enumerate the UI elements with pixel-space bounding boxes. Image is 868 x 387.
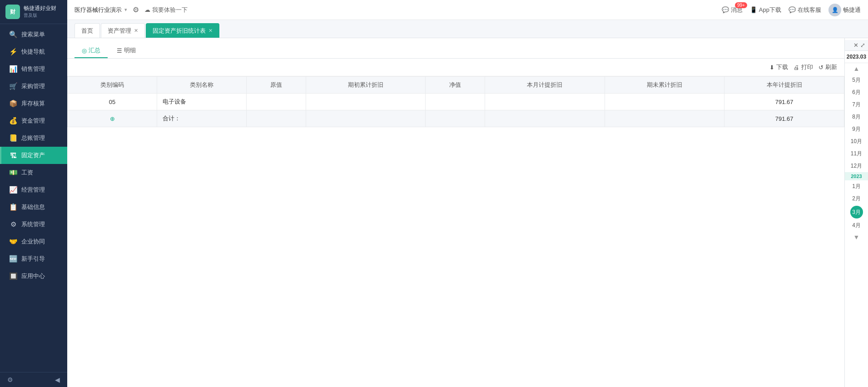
total-icon-cell: ⊕	[68, 110, 157, 127]
sidebar-item-basic-info[interactable]: 📋 基础信息	[0, 198, 67, 216]
sidebar-item-app-center[interactable]: 🔲 应用中心	[0, 268, 67, 285]
month-1[interactable]: 1月	[845, 180, 868, 193]
month-11[interactable]: 11月	[845, 148, 868, 160]
sidebar-item-fixed-assets[interactable]: 🏗 固定资产	[0, 147, 67, 164]
sidebar-logo: 财 畅捷通好业财 普及版	[0, 0, 67, 24]
col-initial-dep: 期初累计折旧	[306, 77, 426, 94]
topbar: 医疗器械行业演示 ▾ ⚙ ☁ 我要体验一下 💬 消息 99+ 📱 App下载 💬…	[67, 0, 868, 20]
app-name: 畅捷通好业财	[24, 5, 56, 12]
sidebar-item-label: 工资	[21, 169, 33, 177]
panel-prev-icon[interactable]: ▲	[852, 63, 862, 74]
download-label: 下载	[776, 63, 788, 71]
sidebar-item-label: 资金管理	[21, 117, 45, 125]
tab-home[interactable]: 首页	[74, 23, 100, 38]
total-period-dep	[605, 110, 724, 127]
cell-code: 05	[68, 94, 157, 110]
month-7[interactable]: 7月	[845, 99, 868, 111]
quick-nav-icon: ⚡	[9, 48, 18, 56]
refresh-label: 刷新	[825, 63, 837, 71]
month-10[interactable]: 10月	[845, 135, 868, 148]
col-period-dep: 期未累计折旧	[605, 77, 724, 94]
sidebar-item-label: 销售管理	[21, 65, 45, 73]
message-button[interactable]: 💬 消息 99+	[722, 6, 743, 14]
cell-original	[247, 94, 306, 110]
month-5[interactable]: 5月	[845, 74, 868, 86]
month-6[interactable]: 6月	[845, 86, 868, 99]
month-8[interactable]: 8月	[845, 111, 868, 123]
salary-icon: 💵	[9, 169, 18, 177]
sidebar-item-enterprise[interactable]: 🤝 企业协同	[0, 233, 67, 250]
main-area: 医疗器械行业演示 ▾ ⚙ ☁ 我要体验一下 💬 消息 99+ 📱 App下载 💬…	[67, 0, 868, 387]
sub-tab-summary[interactable]: ◎ 汇总	[74, 44, 108, 58]
tab-home-label: 首页	[81, 27, 93, 35]
sub-tab-detail[interactable]: ☰ 明细	[109, 44, 143, 58]
online-service-button[interactable]: 💬 在线客服	[789, 6, 821, 14]
tab-fixed-asset-depreciation-close[interactable]: ✕	[208, 28, 213, 34]
sidebar-item-label: 应用中心	[21, 272, 45, 280]
download-button[interactable]: ⬇ 下载	[769, 63, 788, 71]
detail-tab-icon: ☰	[117, 47, 122, 54]
tab-asset-mgmt[interactable]: 资产管理 ✕	[101, 23, 145, 38]
message-icon: 💬	[722, 6, 729, 13]
chevron-down-icon: ▾	[124, 7, 127, 13]
col-original: 原值	[247, 77, 306, 94]
month-9[interactable]: 9月	[845, 123, 868, 135]
inventory-icon: 📦	[9, 99, 18, 108]
panel-close-icon[interactable]: ✕	[853, 42, 858, 49]
month-3[interactable]: 3月	[850, 206, 863, 218]
sidebar-item-label: 系统管理	[21, 220, 45, 228]
cell-net-value	[426, 94, 485, 110]
cell-annual-dep: 791.67	[724, 94, 844, 110]
sidebar-item-salary[interactable]: 💵 工资	[0, 164, 67, 181]
sidebar-item-operations[interactable]: 📈 经营管理	[0, 181, 67, 198]
depreciation-table: 类别编码 类别名称 原值 期初累计折旧 净值 本月计提折旧 期未累计折旧 本年计…	[67, 76, 844, 127]
total-row: ⊕ 合计： 791.67	[68, 110, 844, 127]
summary-tab-label: 汇总	[89, 46, 100, 55]
tab-fixed-asset-depreciation[interactable]: 固定资产折旧统计表 ✕	[146, 23, 219, 38]
service-icon: 💬	[789, 6, 796, 13]
sidebar-bottom: ⚙ ◀	[0, 372, 67, 387]
total-monthly-dep	[485, 110, 605, 127]
sidebar-item-sales[interactable]: 📊 销售管理	[0, 60, 67, 78]
panel-next-icon[interactable]: ▼	[852, 232, 862, 243]
sidebar-item-guide[interactable]: 🆕 新手引导	[0, 250, 67, 268]
sidebar-item-search[interactable]: 🔍 搜索菜单	[0, 26, 67, 43]
sidebar-item-quick-nav[interactable]: ⚡ 快捷导航	[0, 43, 67, 60]
page-content: ◎ 汇总 ☰ 明细 ⬇ 下载 🖨 打印 ↺	[67, 38, 844, 387]
system-icon: ⚙	[9, 220, 18, 228]
table-row: 05 电子设备 791.67	[68, 94, 844, 110]
sidebar-item-label: 采购管理	[21, 82, 45, 90]
refresh-button[interactable]: ↺ 刷新	[818, 63, 837, 71]
sidebar-item-finance[interactable]: 💰 资金管理	[0, 112, 67, 129]
sidebar-item-inventory[interactable]: 📦 库存核算	[0, 95, 67, 112]
month-4[interactable]: 4月	[845, 219, 868, 232]
sidebar-nav: 🔍 搜索菜单 ⚡ 快捷导航 📊 销售管理 🛒 采购管理 📦 库存核算 💰 资金管…	[0, 24, 67, 372]
company-name: 医疗器械行业演示	[74, 6, 122, 14]
user-menu[interactable]: 👤 畅捷通	[828, 4, 861, 16]
operations-icon: 📈	[9, 186, 18, 194]
panel-header: ✕ ⤢	[845, 40, 868, 51]
month-2[interactable]: 2月	[845, 193, 868, 205]
ledger-icon: 📒	[9, 134, 18, 142]
tab-asset-mgmt-close[interactable]: ✕	[134, 28, 138, 34]
sidebar-item-label: 快捷导航	[21, 48, 45, 56]
cell-name: 电子设备	[157, 94, 247, 110]
experience-button[interactable]: ☁ 我要体验一下	[144, 6, 188, 14]
app-download-label: App下载	[759, 6, 781, 14]
settings-bottom-icon[interactable]: ⚙	[7, 376, 13, 383]
month-12[interactable]: 12月	[845, 160, 868, 172]
sidebar-item-purchase[interactable]: 🛒 采购管理	[0, 78, 67, 95]
app-download-button[interactable]: 📱 App下载	[750, 6, 781, 14]
sidebar-item-ledger[interactable]: 📒 总账管理	[0, 129, 67, 147]
print-button[interactable]: 🖨 打印	[794, 63, 813, 71]
total-label-cell: 合计：	[157, 110, 247, 127]
collapse-sidebar-icon[interactable]: ◀	[55, 376, 60, 383]
panel-expand-icon[interactable]: ⤢	[860, 42, 865, 49]
sidebar-item-label: 新手引导	[21, 255, 45, 263]
col-name: 类别名称	[157, 77, 247, 94]
cell-monthly-dep	[485, 94, 605, 110]
tab-fixed-asset-depreciation-label: 固定资产折旧统计表	[153, 27, 206, 35]
company-selector[interactable]: 医疗器械行业演示 ▾	[74, 6, 127, 14]
topbar-settings-icon[interactable]: ⚙	[133, 5, 139, 14]
sidebar-item-system[interactable]: ⚙ 系统管理	[0, 216, 67, 233]
